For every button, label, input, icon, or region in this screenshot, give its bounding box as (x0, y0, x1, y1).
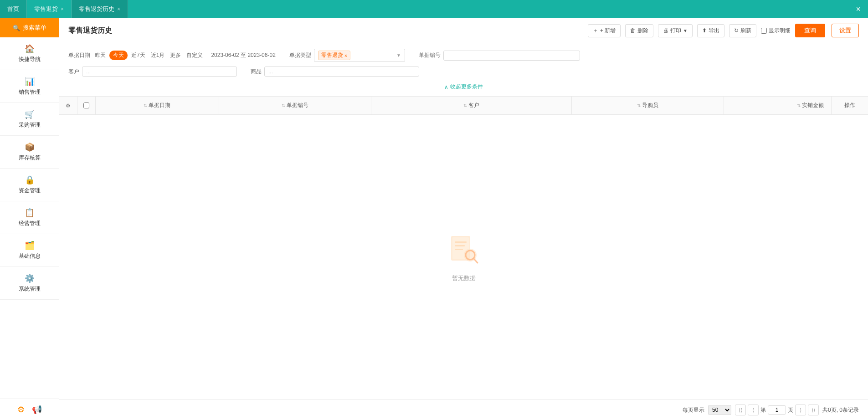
plus-icon: ＋ (593, 27, 598, 35)
sidebar-item-basic-info[interactable]: 🗂️ 基础信息 (0, 234, 59, 267)
select-all-checkbox[interactable] (83, 102, 89, 108)
sidebar-item-quick-nav[interactable]: 🏠 快捷导航 (0, 37, 59, 70)
page-label: 第 (760, 406, 766, 414)
doc-type-tag-text: 零售退货 (321, 51, 343, 59)
goods-placeholder: ... (268, 68, 273, 75)
custom-shortcut[interactable]: 自定义 (185, 51, 205, 60)
today-shortcut[interactable]: 今天 (109, 51, 128, 60)
next-page-button[interactable]: ⟩ (795, 405, 806, 415)
customer-input[interactable]: ... (82, 67, 237, 77)
col-settings[interactable]: ⚙ (59, 97, 77, 114)
window-close-button[interactable]: × (848, 5, 868, 14)
sidebar-item-finance-label: 资金管理 (19, 187, 41, 195)
page-header: 零售退货历史 ＋ + 新增 🗑 删除 🖨 打印 ▼ ⬆ 导出 (59, 18, 868, 43)
goods-label: 商品 (251, 68, 262, 76)
tab-retail-return-close[interactable]: × (61, 6, 64, 12)
tab-retail-return-label: 零售退货 (34, 5, 58, 13)
tab-retail-return-history-label: 零售退货历史 (79, 5, 114, 13)
last-page-button[interactable]: ⟩⟩ (808, 405, 819, 415)
more-shortcut[interactable]: 更多 (168, 51, 183, 60)
page-nav: ⟨⟨ ⟨ 第 页 ⟩ ⟩⟩ (735, 405, 819, 415)
sort-customer-icon: ⇅ (463, 103, 467, 108)
settings-bottom-icon[interactable]: ⚙ (17, 405, 25, 415)
col-num[interactable]: ⇅ 单据编号 (219, 97, 371, 114)
1month-shortcut[interactable]: 近1月 (149, 51, 167, 60)
speaker-icon[interactable]: 📢 (32, 405, 42, 415)
tab-retail-return-history-close[interactable]: × (117, 6, 120, 12)
inventory-icon: 📦 (25, 142, 35, 152)
prev-page-button[interactable]: ⟨ (748, 405, 759, 415)
tab-home-label: 首页 (7, 5, 19, 13)
col-guide-label: 导购员 (642, 102, 658, 109)
empty-document-svg (446, 232, 482, 269)
date-shortcuts: 昨天 今天 近7天 近1月 更多 自定义 (93, 51, 205, 60)
col-num-label: 单据编号 (287, 102, 308, 109)
delete-button[interactable]: 🗑 删除 (625, 24, 653, 37)
header-actions: ＋ + 新增 🗑 删除 🖨 打印 ▼ ⬆ 导出 ↻ (588, 24, 859, 37)
sidebar-item-system-label: 系统管理 (19, 285, 41, 293)
sidebar-item-basic-info-label: 基础信息 (19, 252, 41, 260)
sidebar-item-sales-mgmt-label: 销售管理 (19, 88, 41, 96)
show-detail-checkbox-label[interactable]: 显示明细 (761, 27, 791, 35)
yesterday-shortcut[interactable]: 昨天 (93, 51, 108, 60)
empty-state: 暂无数据 (59, 115, 868, 400)
purchase-mgmt-icon: 🛒 (25, 109, 35, 119)
col-checkbox[interactable] (77, 97, 96, 114)
sort-amount-icon: ⇅ (797, 103, 801, 108)
col-amount-label: 实销金额 (802, 102, 824, 109)
col-op-label: 操作 (844, 102, 855, 109)
sort-date-icon: ⇅ (144, 103, 147, 108)
doc-num-label: 单据编号 (419, 51, 441, 59)
doc-num-input[interactable] (443, 51, 580, 61)
sidebar-item-system[interactable]: ⚙️ 系统管理 (0, 267, 59, 300)
sales-mgmt-icon: 📊 (25, 77, 35, 87)
page-suffix: 页 (788, 406, 793, 414)
doc-type-input[interactable]: 零售退货 × ▼ (314, 49, 405, 62)
sidebar-search[interactable]: 🔍 搜索菜单 (0, 18, 59, 37)
query-button[interactable]: 查询 (795, 24, 825, 37)
sidebar-item-finance[interactable]: 🔒 资金管理 (0, 169, 59, 201)
first-page-button[interactable]: ⟨⟨ (735, 405, 746, 415)
show-detail-checkbox[interactable] (761, 28, 767, 34)
svg-rect-3 (455, 245, 465, 246)
new-button[interactable]: ＋ + 新增 (588, 24, 621, 37)
filter-row-2: 客户 ... 商品 ... (68, 67, 859, 77)
print-button[interactable]: 🖨 打印 ▼ (658, 24, 693, 37)
sidebar: 🔍 搜索菜单 🏠 快捷导航 📊 销售管理 🛒 采购管理 📦 库存核算 🔒 资金管… (0, 18, 59, 420)
col-amount[interactable]: ⇅ 实销金额 (724, 97, 832, 114)
sidebar-search-label: 搜索菜单 (23, 24, 46, 32)
col-guide[interactable]: ⇅ 导购员 (572, 97, 724, 114)
total-info: 共0页, 0条记录 (822, 406, 859, 414)
svg-rect-2 (455, 241, 467, 243)
tab-home[interactable]: 首页 (0, 0, 27, 18)
page-size-select[interactable]: 50 20 100 (708, 405, 731, 415)
sidebar-item-inventory[interactable]: 📦 库存核算 (0, 136, 59, 169)
sidebar-item-operations[interactable]: 📋 经营管理 (0, 201, 59, 234)
delete-button-label: 删除 (637, 27, 648, 35)
export-icon: ⬆ (702, 27, 707, 34)
customer-placeholder: ... (86, 68, 91, 75)
col-date[interactable]: ⇅ 单据日期 (96, 97, 219, 114)
doc-type-tag-remove[interactable]: × (344, 53, 347, 58)
sidebar-item-sales-mgmt[interactable]: 📊 销售管理 (0, 70, 59, 103)
top-bar: 首页 零售退货 × 零售退货历史 × × (0, 0, 868, 18)
sidebar-item-operations-label: 经营管理 (19, 220, 41, 227)
collapse-button[interactable]: ∧ 收起更多条件 (444, 83, 483, 91)
col-customer-label: 客户 (468, 102, 479, 109)
refresh-button[interactable]: ↻ 刷新 (729, 24, 756, 37)
current-page-input[interactable] (768, 405, 786, 415)
table-header: ⚙ ⇅ 单据日期 ⇅ 单据编号 ⇅ 客户 ⇅ 导购员 (59, 97, 868, 115)
sidebar-item-purchase-mgmt[interactable]: 🛒 采购管理 (0, 103, 59, 136)
export-button[interactable]: ⬆ 导出 (697, 24, 724, 37)
tab-retail-return[interactable]: 零售退货 × (27, 0, 72, 18)
empty-text: 暂无数据 (452, 274, 476, 282)
print-icon: 🖨 (663, 27, 668, 34)
col-customer[interactable]: ⇅ 客户 (371, 97, 572, 114)
7days-shortcut[interactable]: 近7天 (129, 51, 147, 60)
set-button[interactable]: 设置 (832, 24, 859, 37)
goods-input[interactable]: ... (264, 67, 419, 77)
sidebar-bottom: ⚙ 📢 (0, 399, 59, 420)
sidebar-item-quick-nav-label: 快捷导航 (19, 56, 41, 63)
tab-retail-return-history[interactable]: 零售退货历史 × (72, 0, 128, 18)
svg-rect-4 (455, 249, 463, 250)
